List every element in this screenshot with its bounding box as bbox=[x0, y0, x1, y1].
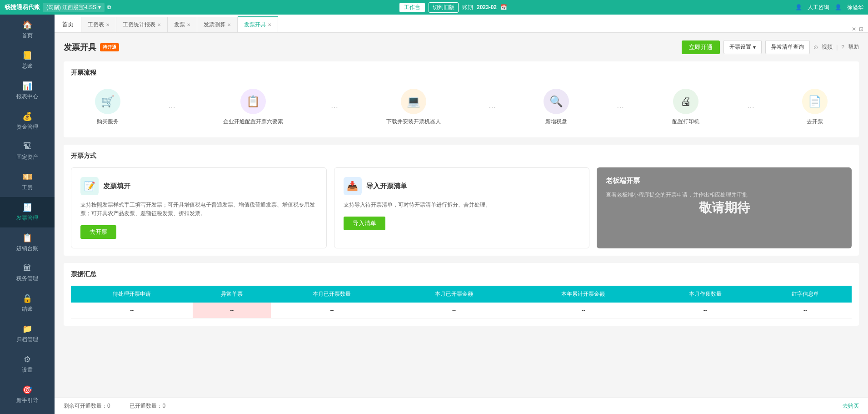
sidebar-item-reports[interactable]: 📊 报表中心 bbox=[0, 76, 55, 106]
top-bar-left: 畅捷通易代账 (勾副) 江西股宝-LSS ▾ ⧉ bbox=[5, 3, 111, 12]
tab-payroll-report-close[interactable]: ✕ bbox=[157, 22, 161, 27]
main-layout: 🏠 首页 📒 总账 📊 报表中心 💰 资金管理 🏗 固定资产 💴 工资 🧾 发票… bbox=[0, 15, 868, 414]
flow-step-download-label: 下载并安装开票机器人 bbox=[386, 118, 441, 126]
footer-info: 剩余可开通数量：0 已开通数量：0 bbox=[64, 402, 165, 410]
help-label[interactable]: 帮助 bbox=[848, 43, 859, 51]
sidebar-item-settings[interactable]: ⚙ 设置 bbox=[0, 349, 55, 379]
company-selector[interactable]: (勾副) 江西股宝-LSS ▾ bbox=[43, 3, 105, 12]
guide-icon: 🎯 bbox=[22, 385, 32, 395]
method-card-import-desc: 支持导入待开票清单，可对待开票清单进行拆分、合并处理。 bbox=[344, 201, 580, 209]
consultant-label[interactable]: 人工咨询 bbox=[808, 4, 829, 11]
flow-step-issue[interactable]: 📄 去开票 bbox=[802, 89, 828, 126]
summary-col-3: 本月已开票金额 bbox=[393, 286, 515, 303]
tab-close-all-icon[interactable]: ✕ bbox=[852, 26, 856, 32]
sidebar-item-purchase[interactable]: 📋 进销台账 bbox=[0, 227, 55, 258]
sidebar-item-ledger[interactable]: 📒 总账 bbox=[0, 45, 55, 76]
tab-restore-icon[interactable]: ⊡ bbox=[859, 26, 863, 32]
sidebar-item-assets[interactable]: 🏗 固定资产 bbox=[0, 136, 55, 167]
tab-payroll-report-label: 工资统计报表 bbox=[123, 21, 155, 29]
sidebar-item-payroll[interactable]: 💴 工资 bbox=[0, 167, 55, 197]
summary-table: 待处理开票申请 异常单票 本月已开票数量 本月已开票金额 本年累计开票金额 本月… bbox=[71, 286, 852, 318]
tab-invoice-calc[interactable]: 发票测算 ✕ bbox=[197, 17, 238, 32]
summary-header-row: 待处理开票申请 异常单票 本月已开票数量 本月已开票金额 本年累计开票金额 本月… bbox=[71, 286, 852, 303]
settings-dropdown-icon: ▾ bbox=[753, 44, 756, 50]
sidebar-label-funds: 资金管理 bbox=[16, 123, 38, 131]
summary-title: 票据汇总 bbox=[71, 270, 852, 278]
ledger-icon: 📒 bbox=[22, 50, 32, 61]
company-name: (勾副) 江西股宝-LSS bbox=[46, 4, 96, 11]
tab-invoice-label: 发票 bbox=[174, 21, 185, 29]
go-issue-button[interactable]: 去开票 bbox=[80, 225, 116, 239]
flow-step-setup[interactable]: 📋 企业开通配置开票六要素 bbox=[223, 89, 283, 126]
opened-label: 已开通数量：0 bbox=[130, 403, 165, 409]
buy-link[interactable]: 去购买 bbox=[843, 402, 859, 410]
method-card-fill-header: 📝 发票填开 bbox=[80, 177, 317, 195]
settings-button-label: 开票设置 bbox=[729, 43, 751, 51]
old-version-button[interactable]: 切到旧版 bbox=[429, 2, 459, 13]
period-value: 2023-02 bbox=[477, 4, 497, 10]
footer-separator bbox=[117, 403, 123, 409]
tab-invoice-close[interactable]: ✕ bbox=[187, 22, 190, 27]
assets-icon: 🏗 bbox=[23, 142, 31, 151]
tab-invoice-issue-close[interactable]: ✕ bbox=[268, 22, 271, 27]
tab-invoice-calc-close[interactable]: ✕ bbox=[227, 22, 231, 27]
summary-val-5: -- bbox=[652, 303, 759, 318]
sidebar-label-tax: 税务管理 bbox=[16, 275, 38, 283]
flow-step-buy[interactable]: 🛒 购买服务 bbox=[95, 89, 120, 126]
flow-arrow-3: ⋯ bbox=[489, 103, 496, 111]
tab-payslip-label: 工资表 bbox=[88, 21, 104, 29]
query-button[interactable]: 异常清单查询 bbox=[765, 40, 810, 54]
flow-step-download-icon: 💻 bbox=[401, 89, 426, 114]
sidebar-label-payroll: 工资 bbox=[22, 184, 33, 192]
sidebar-label-invoice: 发票管理 bbox=[16, 214, 38, 222]
sidebar-item-archive[interactable]: 📁 归档管理 bbox=[0, 318, 55, 349]
sidebar-item-invoice[interactable]: 🧾 发票管理 bbox=[0, 197, 55, 227]
method-card-import-header: 📥 导入开票清单 bbox=[344, 177, 580, 195]
tax-icon: 🏛 bbox=[23, 263, 31, 273]
flow-steps: 🛒 购买服务 ⋯ 📋 企业开通配置开票六要素 ⋯ 💻 下载并安装开票机器人 ⋯ bbox=[71, 84, 852, 130]
summary-val-3: -- bbox=[393, 303, 515, 318]
tab-invoice-issue[interactable]: 发票开具 ✕ bbox=[238, 16, 278, 32]
open-now-button[interactable]: 立即开通 bbox=[682, 40, 720, 54]
tab-payslip-close[interactable]: ✕ bbox=[106, 22, 110, 27]
view-icon[interactable]: ⊙ bbox=[813, 44, 818, 50]
tab-home[interactable]: 首页 bbox=[55, 17, 81, 32]
sidebar-item-tax[interactable]: 🏛 税务管理 bbox=[0, 258, 55, 288]
import-list-button[interactable]: 导入清单 bbox=[344, 217, 385, 230]
calendar-icon[interactable]: 📅 bbox=[500, 4, 507, 10]
separator: | bbox=[836, 44, 838, 50]
summary-val-4: -- bbox=[515, 303, 652, 318]
settings-button[interactable]: 开票设置 ▾ bbox=[723, 40, 762, 54]
flow-step-printer-label: 配置打印机 bbox=[672, 118, 699, 126]
sidebar-item-closing[interactable]: 🔒 结账 bbox=[0, 288, 55, 318]
help-icon[interactable]: ? bbox=[841, 44, 844, 50]
tab-invoice[interactable]: 发票 ✕ bbox=[168, 17, 197, 32]
reports-icon: 📊 bbox=[22, 81, 32, 91]
flow-arrow-1: ⋯ bbox=[168, 103, 175, 111]
flow-step-taxbox[interactable]: 🔍 新增税盘 bbox=[544, 89, 569, 126]
flow-step-download[interactable]: 💻 下载并安装开票机器人 bbox=[386, 89, 441, 126]
methods-title: 开票方式 bbox=[71, 152, 852, 160]
sidebar-item-home[interactable]: 🏠 首页 bbox=[0, 15, 55, 45]
sidebar-label-closing: 结账 bbox=[22, 305, 33, 313]
tab-payroll-report[interactable]: 工资统计报表 ✕ bbox=[116, 17, 168, 32]
workspace-button[interactable]: 工作台 bbox=[399, 3, 425, 12]
method-card-fill: 📝 发票填开 支持按照发票样式手工填写开发票；可开具增值税电子普通发票、增值税普… bbox=[71, 167, 327, 248]
flow-step-printer[interactable]: 🖨 配置打印机 bbox=[672, 89, 699, 126]
view-label[interactable]: 视频 bbox=[822, 43, 833, 51]
user-label[interactable]: 徐溢华 bbox=[847, 4, 863, 11]
content-area: 首页 工资表 ✕ 工资统计报表 ✕ 发票 ✕ 发票测算 ✕ 发票开具 ✕ bbox=[55, 15, 868, 414]
sidebar-item-member[interactable]: 👑 畅会员 bbox=[0, 410, 55, 414]
sidebar-item-guide[interactable]: 🎯 新手引导 bbox=[0, 379, 55, 410]
tab-bar: 首页 工资表 ✕ 工资统计报表 ✕ 发票 ✕ 发票测算 ✕ 发票开具 ✕ bbox=[55, 15, 868, 33]
method-card-import-icon: 📥 bbox=[344, 177, 362, 195]
summary-val-2: -- bbox=[271, 303, 393, 318]
sidebar-item-funds[interactable]: 💰 资金管理 bbox=[0, 106, 55, 136]
company-dropdown-icon[interactable]: ▾ bbox=[98, 4, 101, 10]
settings-icon: ⚙ bbox=[24, 354, 31, 364]
sidebar: 🏠 首页 📒 总账 📊 报表中心 💰 资金管理 🏗 固定资产 💴 工资 🧾 发票… bbox=[0, 15, 55, 414]
page-header-actions: 立即开通 开票设置 ▾ 异常清单查询 ⊙ 视频 | ? 帮助 bbox=[682, 40, 859, 54]
closing-icon: 🔒 bbox=[22, 293, 32, 303]
tab-payslip[interactable]: 工资表 ✕ bbox=[81, 17, 116, 32]
copy-icon[interactable]: ⧉ bbox=[107, 4, 111, 10]
